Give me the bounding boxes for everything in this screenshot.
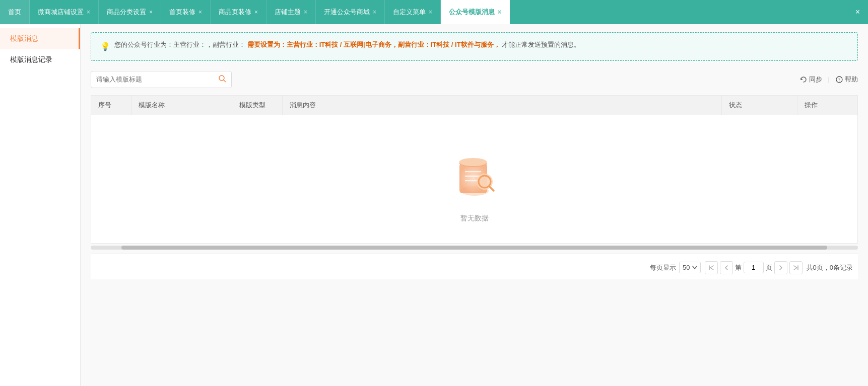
next-page-icon bbox=[778, 265, 783, 270]
close-tab-product-decor[interactable]: × bbox=[254, 9, 258, 16]
help-label: 帮助 bbox=[845, 75, 858, 84]
notice-box: 💡 您的公众号行业为：主营行业：，副营行业： 需要设置为：主营行业：IT科技 /… bbox=[91, 32, 858, 61]
first-page-button[interactable] bbox=[705, 261, 718, 274]
chevron-down-icon bbox=[692, 266, 697, 270]
help-button[interactable]: ? 帮助 bbox=[836, 75, 858, 84]
tab-shop-theme[interactable]: 店铺主题 × bbox=[266, 0, 316, 24]
tab-home-label: 首页 bbox=[8, 8, 21, 17]
empty-text: 暂无数据 bbox=[460, 214, 489, 223]
close-tab-template-msg[interactable]: × bbox=[498, 9, 501, 16]
search-input-wrap[interactable] bbox=[91, 71, 232, 88]
tab-template-msg-label: 公众号模版消息 bbox=[449, 8, 495, 17]
col-header-action: 操作 bbox=[797, 95, 858, 115]
col-header-type: 模版类型 bbox=[232, 95, 283, 115]
sidebar-item-template-msg[interactable]: 模版消息 bbox=[0, 28, 80, 49]
current-page-prefix: 第 bbox=[735, 263, 742, 272]
sync-icon bbox=[800, 76, 807, 83]
data-table: 序号 模版名称 模版类型 消息内容 状态 操作 bbox=[91, 95, 858, 244]
top-navigation: 首页 微商城店铺设置 × 商品分类设置 × 首页装修 × 商品页装修 × 店铺主… bbox=[0, 0, 868, 24]
tab-custom-menu[interactable]: 自定义菜单 × bbox=[385, 0, 441, 24]
tab-open-mall-label: 开通公众号商城 bbox=[324, 8, 370, 17]
help-icon: ? bbox=[836, 76, 843, 83]
tab-product-decor-label: 商品页装修 bbox=[219, 8, 251, 17]
col-header-content: 消息内容 bbox=[283, 95, 722, 115]
col-header-index: 序号 bbox=[91, 95, 131, 115]
page-size-select: 每页显示 50 bbox=[650, 262, 700, 273]
notice-suffix: 才能正常发送预置的消息。 bbox=[502, 41, 580, 48]
page-size-dropdown[interactable]: 50 bbox=[679, 262, 700, 273]
main-layout: 模版消息 模版消息记录 💡 您的公众号行业为：主营行业：，副营行业： 需要设置为… bbox=[0, 24, 868, 386]
tab-open-mall[interactable]: 开通公众号商城 × bbox=[316, 0, 385, 24]
close-tab-open-mall[interactable]: × bbox=[373, 9, 376, 16]
horizontal-scrollbar[interactable] bbox=[91, 246, 858, 250]
search-input[interactable] bbox=[96, 75, 218, 83]
page-size-prefix-label: 每页显示 bbox=[650, 263, 676, 272]
last-page-icon bbox=[793, 265, 799, 271]
toolbar-right: 同步 | ? 帮助 bbox=[800, 75, 858, 84]
sidebar-item-template-msg-log[interactable]: 模版消息记录 bbox=[0, 49, 80, 70]
prev-page-button[interactable] bbox=[720, 261, 733, 274]
sidebar-item-template-msg-log-label: 模版消息记录 bbox=[10, 55, 52, 63]
col-header-name: 模版名称 bbox=[131, 95, 232, 115]
sidebar: 模版消息 模版消息记录 bbox=[0, 24, 81, 386]
tab-shop-settings[interactable]: 微商城店铺设置 × bbox=[30, 0, 99, 24]
notice-text: 您的公众号行业为：主营行业：，副营行业： 需要设置为：主营行业：IT科技 / 互… bbox=[114, 40, 580, 50]
next-page-button[interactable] bbox=[774, 261, 787, 274]
tab-shop-theme-label: 店铺主题 bbox=[275, 8, 301, 17]
page-size-value: 50 bbox=[683, 264, 690, 271]
tab-home-decor-label: 首页装修 bbox=[169, 8, 195, 17]
close-tab-home-decor[interactable]: × bbox=[198, 9, 202, 16]
page-navigation: 第 页 bbox=[705, 261, 803, 274]
close-all-tabs-button[interactable]: × bbox=[847, 8, 868, 17]
search-button[interactable] bbox=[218, 74, 226, 84]
close-tab-shop-theme[interactable]: × bbox=[304, 9, 307, 16]
content-area: 💡 您的公众号行业为：主营行业：，副营行业： 需要设置为：主营行业：IT科技 /… bbox=[81, 24, 868, 386]
tab-template-msg[interactable]: 公众号模版消息 × bbox=[441, 0, 510, 24]
search-bar: 同步 | ? 帮助 bbox=[91, 71, 858, 88]
last-page-button[interactable] bbox=[789, 261, 803, 274]
search-icon bbox=[218, 74, 226, 83]
sidebar-item-template-msg-label: 模版消息 bbox=[10, 34, 38, 42]
tab-product-decor[interactable]: 商品页装修 × bbox=[211, 0, 266, 24]
scrollbar-thumb[interactable] bbox=[121, 246, 827, 250]
svg-line-13 bbox=[489, 186, 494, 191]
tab-custom-menu-label: 自定义菜单 bbox=[393, 8, 426, 17]
tab-category-settings-label: 商品分类设置 bbox=[107, 8, 146, 17]
toolbar-divider: | bbox=[828, 75, 830, 83]
notice-highlight: 需要设置为：主营行业：IT科技 / 互联网|电子商务，副营行业：IT科技 / I… bbox=[247, 41, 500, 48]
empty-state: 暂无数据 bbox=[91, 115, 857, 243]
close-tab-shop-settings[interactable]: × bbox=[87, 9, 90, 16]
prev-page-icon bbox=[724, 265, 729, 270]
page-number-input[interactable] bbox=[744, 262, 764, 273]
notice-prefix: 您的公众号行业为：主营行业：，副营行业： bbox=[114, 41, 245, 48]
sync-label: 同步 bbox=[809, 75, 822, 84]
svg-text:?: ? bbox=[838, 78, 840, 82]
close-tab-custom-menu[interactable]: × bbox=[429, 9, 432, 16]
close-tab-category-settings[interactable]: × bbox=[149, 9, 153, 16]
svg-point-7 bbox=[459, 158, 487, 166]
tab-shop-settings-label: 微商城店铺设置 bbox=[38, 8, 84, 17]
notice-icon: 💡 bbox=[100, 40, 110, 53]
empty-illustration bbox=[444, 145, 505, 206]
current-page-suffix: 页 bbox=[766, 263, 772, 272]
col-header-status: 状态 bbox=[722, 95, 797, 115]
sync-button[interactable]: 同步 bbox=[800, 75, 822, 84]
total-records-label: 共0页，0条记录 bbox=[807, 263, 853, 272]
svg-line-1 bbox=[224, 80, 226, 82]
tab-home-decor[interactable]: 首页装修 × bbox=[161, 0, 211, 24]
tab-category-settings[interactable]: 商品分类设置 × bbox=[99, 0, 161, 24]
pagination-bar: 每页显示 50 bbox=[91, 254, 858, 279]
first-page-icon bbox=[708, 265, 714, 271]
tab-home[interactable]: 首页 bbox=[0, 0, 30, 24]
